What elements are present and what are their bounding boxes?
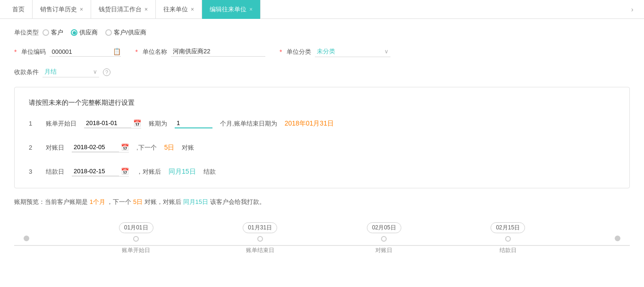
period-num-3: 3 (29, 168, 38, 175)
unit-category-label: 单位分类 (287, 48, 311, 56)
timeline-dot-start (24, 236, 29, 241)
period-desc-1-prefix: 账期为 (149, 119, 167, 128)
period-row-1: 1 账单开始日 📅 账期为 个月,账单结束日期为 2018年01月31日 (29, 118, 615, 128)
period-settings-box: 请按照未来的一个完整帐期进行设置 1 账单开始日 📅 账期为 个月,账单结束日期… (14, 87, 630, 188)
timeline-point-4: 02月15日 结款日 (491, 222, 525, 254)
radio-customer-supplier[interactable]: 客户/供应商 (105, 28, 146, 37)
period-row-3: 3 结款日 📅 ，对账后 同月15日 结款 (29, 167, 615, 177)
radio-supplier-label: 供应商 (79, 28, 98, 37)
timeline-badge-1: 01月01日 (119, 222, 153, 233)
period-date-2-calendar[interactable]: 📅 (121, 144, 129, 151)
radio-customer-label: 客户 (51, 28, 63, 37)
payment-terms-help-icon[interactable]: ? (103, 68, 110, 76)
radio-customer-supplier-circle (105, 29, 112, 36)
unit-category-chevron: ∨ (384, 48, 389, 55)
timeline-dots: 01月01日 账单开始日 01月31日 账单结束日 02月05日 对账日 02月… (24, 222, 620, 254)
tab-sales-history[interactable]: 销售订单历史 × (33, 0, 91, 19)
payment-terms-select[interactable]: 月结 ∨ (42, 67, 99, 77)
unit-category-required: * (280, 48, 282, 56)
tabs-bar: 首页 销售订单历史 × 钱货日清工作台 × 往来单位 × 编辑往来单位 × › (0, 0, 644, 19)
timeline-badge-4: 02月15日 (491, 222, 525, 233)
tab-home[interactable]: 首页 (5, 0, 33, 19)
preview-highlight-2: 5日 (133, 198, 143, 205)
period-desc-1-mid: 个月,账单结束日期为 (220, 119, 277, 128)
period-date-3-wrapper: 📅 (72, 167, 129, 177)
unit-code-required: * (14, 48, 17, 56)
timeline-badge-3: 02月05日 (367, 222, 401, 233)
unit-code-label: 单位编码 (21, 48, 46, 56)
tab-cash-work-label: 钱货日清工作台 (99, 5, 142, 14)
unit-code-input[interactable] (50, 47, 111, 56)
period-label-3: 结款日 (46, 168, 64, 176)
unit-code-copy-icon[interactable]: 📋 (113, 48, 121, 55)
period-date-1-input[interactable] (84, 118, 131, 128)
period-reconcile-highlight: 5日 (164, 144, 175, 152)
radio-customer-supplier-label: 客户/供应商 (114, 28, 146, 37)
tabs-scroll-right[interactable]: › (625, 0, 639, 19)
payment-terms-label: 收款条件 (14, 68, 39, 76)
unit-name-field: * 单位名称 (135, 47, 265, 57)
unit-name-input[interactable] (171, 47, 265, 57)
payment-terms-value: 月结 (44, 68, 91, 76)
period-date-3-calendar[interactable]: 📅 (121, 168, 129, 175)
period-date-3-input[interactable] (72, 167, 119, 176)
period-date-2-input[interactable] (72, 143, 119, 152)
period-date-1-calendar[interactable]: 📅 (133, 119, 141, 127)
timeline-dot-2 (257, 236, 263, 242)
timeline-label-1: 账单开始日 (122, 246, 150, 254)
unit-info-row: * 单位编码 📋 * 单位名称 * 单位分类 未分类 ∨ (14, 46, 630, 57)
period-num-2: 2 (29, 144, 38, 151)
period-num-1: 1 (29, 120, 38, 127)
preview-highlight-3: 同月15日 (183, 198, 208, 205)
radio-customer[interactable]: 客户 (42, 28, 63, 37)
tab-partner-units[interactable]: 往来单位 × (156, 0, 202, 19)
tab-edit-partner[interactable]: 编辑往来单位 × (202, 0, 261, 19)
radio-supplier-circle (71, 29, 77, 36)
timeline-point-start (24, 236, 29, 241)
timeline-dot-end (615, 236, 620, 241)
timeline-badge-2: 01月31日 (243, 222, 277, 233)
preview-text: 账期预览：当前客户账期是 1个月 ，下一个 5日 对账，对账后 同月15日 该客… (14, 198, 630, 206)
period-months-input[interactable] (175, 118, 212, 128)
period-label-1: 账单开始日 (46, 119, 76, 128)
radio-supplier[interactable]: 供应商 (71, 28, 98, 37)
unit-type-field: 单位类型 客户 供应商 客户/供应商 (14, 28, 146, 37)
unit-type-label: 单位类型 (14, 28, 39, 37)
tab-home-label: 首页 (12, 5, 25, 14)
preview-mid-2: 对账，对账后 (144, 198, 181, 205)
period-desc-2-prefix: ,下一个 (136, 144, 157, 152)
unit-category-field: * 单位分类 未分类 ∨ (280, 46, 390, 57)
period-row-2: 2 对账日 📅 ,下一个 5日 对账 (29, 143, 615, 152)
tab-sales-history-label: 销售订单历史 (40, 5, 77, 14)
unit-category-value: 未分类 (317, 47, 382, 56)
timeline-dot-1 (133, 236, 139, 242)
tab-edit-partner-label: 编辑往来单位 (210, 5, 246, 14)
payment-terms-row: 收款条件 月结 ∨ ? (14, 67, 630, 77)
period-desc-3-suffix: 结款 (203, 168, 216, 176)
main-content: 单位类型 客户 供应商 客户/供应商 * 单位编码 (0, 19, 644, 287)
preview-section: 账期预览：当前客户账期是 1个月 ，下一个 5日 对账，对账后 同月15日 该客… (14, 198, 630, 273)
unit-code-input-wrapper: 📋 (50, 47, 121, 57)
preview-prefix: 账期预览：当前客户账期是 (14, 198, 88, 205)
tab-cash-work-close[interactable]: × (144, 6, 148, 13)
tab-partner-units-close[interactable]: × (191, 6, 194, 13)
unit-code-field: * 单位编码 📋 (14, 47, 121, 57)
unit-type-radio-group: 客户 供应商 客户/供应商 (42, 28, 146, 37)
unit-category-select[interactable]: 未分类 ∨ (315, 46, 390, 57)
unit-name-label: 单位名称 (143, 48, 167, 56)
radio-customer-circle (42, 29, 49, 36)
timeline-label-4: 结款日 (500, 246, 517, 254)
timeline-point-end (615, 236, 620, 241)
tab-edit-partner-close[interactable]: × (249, 6, 253, 13)
timeline-label-2: 账单结束日 (246, 246, 274, 254)
timeline-point-1: 01月01日 账单开始日 (119, 222, 153, 254)
preview-mid-1: ，下一个 (107, 198, 131, 205)
tab-sales-history-close[interactable]: × (80, 6, 83, 13)
tab-cash-work[interactable]: 钱货日清工作台 × (91, 0, 156, 19)
period-label-2: 对账日 (46, 144, 64, 152)
period-date-1-wrapper: 📅 (84, 118, 141, 128)
timeline-point-2: 01月31日 账单结束日 (243, 222, 277, 254)
unit-name-required: * (135, 48, 137, 56)
period-desc-3-prefix: ，对账后 (136, 168, 161, 176)
timeline-point-3: 02月05日 对账日 (367, 222, 401, 254)
